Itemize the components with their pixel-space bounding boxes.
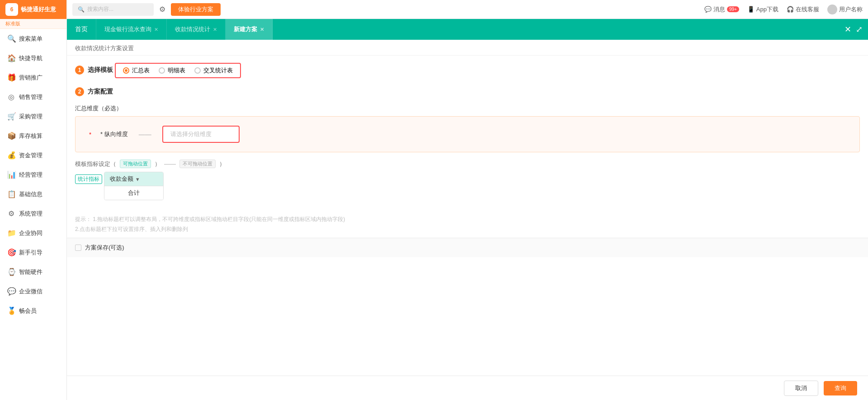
gift-icon: 🎁 bbox=[7, 73, 15, 82]
sidebar-item-basic[interactable]: 📋 基础信息 bbox=[0, 184, 66, 204]
sidebar-item-member[interactable]: 🏅 畅会员 bbox=[0, 301, 66, 320]
radio-dot-summary bbox=[123, 67, 129, 74]
user-avatar bbox=[827, 5, 837, 14]
industry-btn[interactable]: 体验行业方案 bbox=[171, 3, 221, 16]
dimension-title-area: 汇总维度（必选） bbox=[67, 104, 868, 116]
user-item[interactable]: 用户名称 bbox=[827, 5, 863, 14]
content-inner: 收款情况统计方案设置 1 选择模板 汇总表 明细表 bbox=[67, 40, 868, 376]
inventory-icon: 📦 bbox=[7, 132, 15, 140]
app-name: 畅捷通好生意 bbox=[21, 5, 56, 14]
query-button[interactable]: 查询 bbox=[824, 381, 857, 395]
tips-area: 提示： 1.拖动标题栏可以调整布局，不可跨维度或指标区域拖动栏目字段(只能在同一… bbox=[75, 215, 860, 234]
sidebar-item-cooperation[interactable]: 📁 企业协同 bbox=[0, 223, 66, 243]
tab-close-bank[interactable]: ✕ bbox=[154, 27, 158, 33]
topbar-right: 💬 消息 99+ 📱 App下载 🎧 在线客服 用户名称 bbox=[704, 5, 863, 14]
step2-num: 2 bbox=[75, 87, 84, 96]
dimension-area: * * 纵向维度 —— 请选择分组维度 bbox=[75, 116, 860, 152]
edition-badge: 标准版 bbox=[0, 19, 66, 29]
sidebar-item-purchase[interactable]: 🛒 采购管理 bbox=[0, 107, 66, 126]
search-icon: 🔍 bbox=[7, 34, 15, 43]
action-bar: 取消 查询 bbox=[67, 376, 868, 400]
save-checkbox[interactable] bbox=[75, 245, 81, 251]
hardware-icon: ⌚ bbox=[7, 268, 15, 276]
notification-icon: 💬 bbox=[704, 6, 712, 13]
sidebar-item-nav[interactable]: 🏠 快捷导航 bbox=[0, 48, 66, 68]
download-icon: 📱 bbox=[747, 6, 755, 13]
indicators-section: 模板指标设定（ 可拖动位置 ） —— 不可拖动位置 ） 统计指标 收款金额 ▾ bbox=[75, 160, 860, 200]
search-box[interactable]: 🔍 搜索内容... bbox=[72, 3, 154, 16]
settings-icon[interactable]: ⚙ bbox=[159, 5, 165, 14]
save-label: 方案保存(可选) bbox=[85, 244, 124, 252]
notification-item[interactable]: 💬 消息 99+ bbox=[704, 5, 739, 14]
notification-badge: 99+ bbox=[727, 6, 739, 12]
radio-summary[interactable]: 汇总表 bbox=[123, 66, 150, 75]
sidebar-item-management[interactable]: 📊 经营管理 bbox=[0, 165, 66, 184]
tab-close-receipt[interactable]: ✕ bbox=[213, 27, 217, 33]
radio-detail[interactable]: 明细表 bbox=[159, 66, 185, 75]
tab-close-new[interactable]: ✕ bbox=[260, 27, 264, 33]
radio-dot-detail bbox=[159, 67, 165, 74]
service-item[interactable]: 🎧 在线客服 bbox=[787, 5, 819, 14]
sidebar-item-finance[interactable]: 💰 资金管理 bbox=[0, 146, 66, 165]
tabbar: 首页 现金银行流水查询 ✕ 收款情况统计 ✕ 新建方案 ✕ ✕ ⤢ bbox=[67, 19, 868, 40]
download-item[interactable]: 📱 App下载 bbox=[747, 5, 778, 14]
sales-icon: ◎ bbox=[7, 93, 15, 101]
home-icon: 🏠 bbox=[7, 54, 15, 62]
topbar: 🔍 搜索内容... ⚙ 体验行业方案 💬 消息 99+ 📱 App下载 🎧 在线… bbox=[67, 0, 868, 19]
tip-line2: 2.点击标题栏下拉可设置排序、插入列和删除列 bbox=[75, 225, 860, 235]
dimension-select[interactable]: 请选择分组维度 bbox=[162, 126, 240, 143]
wechat-icon: 💬 bbox=[7, 287, 15, 296]
step2-label: 2 方案配置 bbox=[75, 87, 113, 96]
tab-new-plan[interactable]: 新建方案 ✕ bbox=[226, 19, 273, 40]
breadcrumb: 收款情况统计方案设置 bbox=[75, 45, 134, 52]
sidebar-item-wechat[interactable]: 💬 企业微信 bbox=[0, 282, 66, 301]
step2-wrapper: 2 方案配置 bbox=[67, 87, 868, 104]
footer-save: 方案保存(可选) bbox=[67, 238, 868, 257]
arrow-icon: —— bbox=[139, 131, 151, 138]
template-selector: 汇总表 明细表 交叉统计表 bbox=[115, 63, 241, 78]
main-area: 🔍 搜索内容... ⚙ 体验行业方案 💬 消息 99+ 📱 App下载 🎧 在线… bbox=[67, 0, 868, 400]
sidebar-logo: 6 畅捷通好生意 bbox=[0, 0, 66, 19]
content: 收款情况统计方案设置 1 选择模板 汇总表 明细表 bbox=[67, 40, 868, 376]
sidebar-item-sales[interactable]: ◎ 销售管理 bbox=[0, 87, 66, 107]
drag-badge: 可拖动位置 bbox=[120, 160, 151, 168]
step1-label: 1 选择模板 bbox=[75, 66, 113, 75]
chevron-down-icon: ▾ bbox=[136, 176, 139, 183]
radio-cross[interactable]: 交叉统计表 bbox=[194, 66, 233, 75]
dimension-title: 汇总维度（必选） bbox=[75, 105, 122, 112]
stats-row-total: 合计 bbox=[104, 186, 163, 200]
basic-icon: 📋 bbox=[7, 190, 15, 198]
tab-close-window[interactable]: ✕ bbox=[844, 24, 851, 34]
finance-icon: 💰 bbox=[7, 151, 15, 160]
sidebar-item-system[interactable]: ⚙ 系统管理 bbox=[0, 204, 66, 223]
sidebar-item-guide[interactable]: 🎯 新手引导 bbox=[0, 243, 66, 262]
guide-icon: 🎯 bbox=[7, 248, 15, 257]
logo-icon: 6 bbox=[5, 3, 18, 16]
purchase-icon: 🛒 bbox=[7, 112, 15, 121]
service-icon: 🎧 bbox=[787, 6, 794, 13]
stats-table-container: 统计指标 收款金额 ▾ 合计 bbox=[75, 172, 164, 200]
tab-home[interactable]: 首页 bbox=[67, 19, 96, 40]
system-icon: ⚙ bbox=[7, 209, 15, 218]
sidebar-item-inventory[interactable]: 📦 库存核算 bbox=[0, 126, 66, 146]
stats-table: 收款金额 ▾ 合计 bbox=[104, 172, 164, 200]
step1-num: 1 bbox=[75, 66, 84, 75]
tabbar-actions: ✕ ⤢ bbox=[844, 19, 868, 40]
search-placeholder: 搜索内容... bbox=[87, 5, 113, 13]
sidebar-item-search[interactable]: 🔍 搜索菜单 bbox=[0, 29, 66, 48]
stats-col-header[interactable]: 收款金额 ▾ bbox=[104, 172, 163, 186]
stats-section-label: 统计指标 bbox=[75, 174, 102, 184]
search-icon-top: 🔍 bbox=[78, 6, 85, 13]
no-drag-badge: 不可拖动位置 bbox=[179, 160, 216, 168]
sidebar: 6 畅捷通好生意 标准版 🔍 搜索菜单 🏠 快捷导航 🎁 营销推广 ◎ 销售管理… bbox=[0, 0, 67, 400]
tab-receipt-stats[interactable]: 收款情况统计 ✕ bbox=[167, 19, 226, 40]
cancel-button[interactable]: 取消 bbox=[784, 381, 818, 396]
indicators-tables: 统计指标 收款金额 ▾ 合计 bbox=[75, 172, 860, 200]
sidebar-item-marketing[interactable]: 🎁 营销推广 bbox=[0, 68, 66, 87]
tab-bank-flow[interactable]: 现金银行流水查询 ✕ bbox=[96, 19, 167, 40]
page-header: 收款情况统计方案设置 bbox=[67, 40, 868, 56]
cooperation-icon: 📁 bbox=[7, 229, 15, 237]
tab-maximize[interactable]: ⤢ bbox=[856, 24, 863, 34]
sidebar-item-hardware[interactable]: ⌚ 智能硬件 bbox=[0, 262, 66, 282]
radio-dot-cross bbox=[194, 67, 201, 74]
